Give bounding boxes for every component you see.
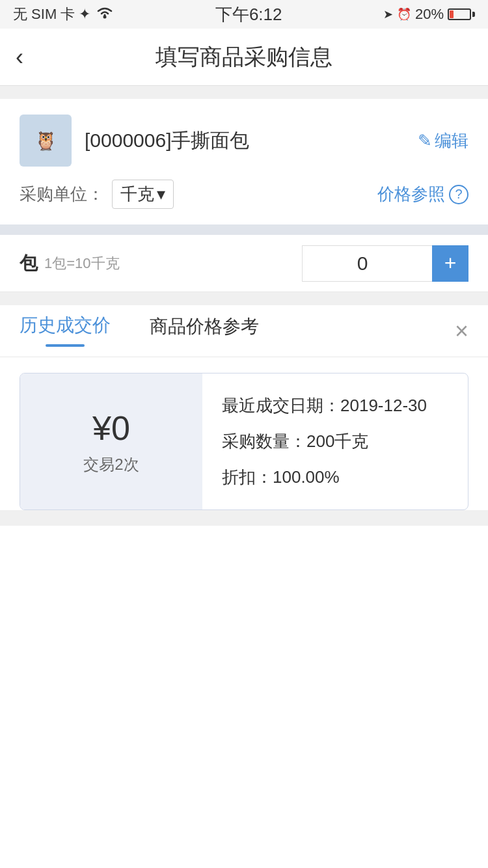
product-top-row: 🦉 [0000006]手撕面包 ✎ 编辑 (20, 115, 468, 167)
svg-point-0 (103, 16, 107, 19)
quantity-plus-button[interactable]: + (432, 245, 468, 282)
price-detail-date-value: 2019-12-30 (340, 396, 427, 415)
dropdown-icon: ▾ (157, 184, 165, 204)
price-ref-button[interactable]: 价格参照 ? (377, 183, 468, 206)
price-card: ¥0 交易2次 最近成交日期：2019-12-30 采购数量：200千克 折扣：… (20, 373, 468, 510)
tab-reference-label: 商品价格参考 (150, 314, 259, 346)
price-symbol: ¥ (92, 409, 111, 447)
status-bar: 无 SIM 卡 ✦ 下午6:12 ➤ ⏰ 20% (0, 0, 488, 29)
page-title: 填写商品采购信息 (156, 42, 332, 72)
quantity-label: 包 1包=10千克 (20, 251, 120, 276)
price-detail-date-label: 最近成交日期： (222, 396, 340, 415)
product-left: 🦉 [0000006]手撕面包 (20, 115, 249, 167)
quantity-row: 包 1包=10千克 + (0, 235, 488, 292)
tab-history[interactable]: 历史成交价 (20, 313, 111, 349)
sim-status: 无 SIM 卡 ✦ (13, 5, 90, 24)
battery-percent: 20% (415, 6, 444, 23)
price-detail-qty-label: 采购数量： (222, 431, 306, 451)
alarm-icon: ⏰ (397, 7, 411, 21)
tab-history-underline (46, 344, 85, 347)
trade-count: 交易2次 (83, 454, 139, 475)
price-detail-qty-value: 200千克 (306, 431, 368, 451)
price-ref-label: 价格参照 (377, 183, 445, 206)
product-card: 🦉 [0000006]手撕面包 ✎ 编辑 采购单位： 千克 ▾ 价格参照 ? (0, 99, 488, 224)
price-card-right: 最近成交日期：2019-12-30 采购数量：200千克 折扣：100.00% (202, 373, 468, 509)
edit-label: 编辑 (435, 129, 468, 152)
quantity-input[interactable] (302, 245, 432, 282)
close-button[interactable]: × (455, 318, 468, 345)
edit-button[interactable]: ✎ 编辑 (418, 129, 468, 152)
price-value: 0 (111, 409, 130, 447)
status-left: 无 SIM 卡 ✦ (13, 5, 114, 24)
unit-selector[interactable]: 千克 ▾ (112, 180, 174, 209)
tabs-container: 历史成交价 商品价格参考 × ¥0 交易2次 最近成交日期：2019-12-30… (0, 305, 488, 510)
separator-1 (0, 224, 488, 235)
price-amount: ¥0 (92, 409, 130, 448)
tabs-header: 历史成交价 商品价格参考 × (0, 305, 488, 357)
help-icon: ? (449, 185, 468, 204)
unit-value: 千克 (120, 183, 154, 206)
product-thumbnail: 🦉 (20, 115, 72, 167)
page-rest (0, 526, 488, 868)
unit-label: 采购单位： (20, 183, 104, 206)
product-name: [0000006]手撕面包 (85, 128, 249, 154)
price-detail-discount-label: 折扣： (222, 467, 273, 487)
quantity-unit-icon: 包 (20, 251, 38, 276)
price-detail-discount: 折扣：100.00% (222, 465, 448, 490)
tabs-list: 历史成交价 商品价格参考 (20, 313, 259, 349)
price-detail-qty: 采购数量：200千克 (222, 429, 448, 454)
status-right: ➤ ⏰ 20% (383, 6, 475, 23)
quantity-subtext: 1包=10千克 (44, 254, 120, 273)
quantity-input-group: + (302, 245, 468, 282)
tab-history-label: 历史成交价 (20, 313, 111, 344)
location-icon: ➤ (383, 7, 393, 21)
product-bottom-row: 采购单位： 千克 ▾ 价格参照 ? (20, 180, 468, 209)
price-detail-date: 最近成交日期：2019-12-30 (222, 393, 448, 418)
price-card-left: ¥0 交易2次 (20, 373, 202, 509)
status-time: 下午6:12 (215, 3, 282, 26)
product-thumbnail-icon: 🦉 (34, 130, 57, 152)
back-button[interactable]: ‹ (16, 44, 23, 71)
edit-icon: ✎ (418, 131, 432, 151)
unit-row: 采购单位： 千克 ▾ (20, 180, 174, 209)
price-detail-discount-value: 100.00% (273, 467, 340, 487)
wifi-icon (96, 6, 114, 23)
nav-bar: ‹ 填写商品采购信息 (0, 29, 488, 86)
tab-reference[interactable]: 商品价格参考 (150, 314, 259, 348)
battery-icon (448, 8, 475, 20)
